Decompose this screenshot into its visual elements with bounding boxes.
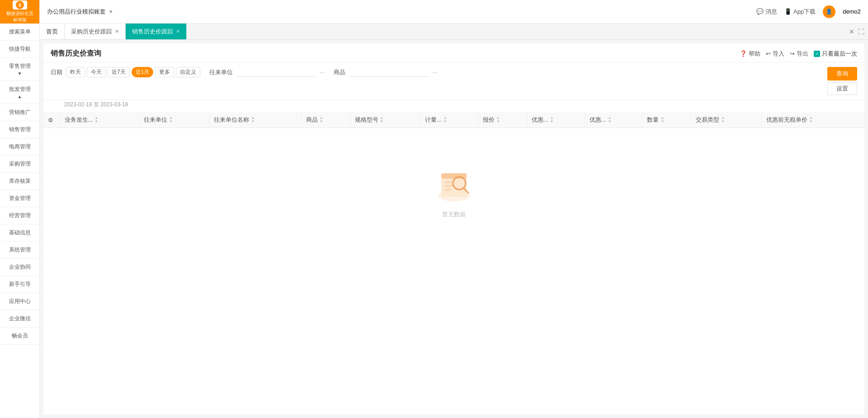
- sidebar-item-label: 企业微信: [9, 315, 31, 323]
- col-biz-date[interactable]: 业务发生... ▲▼: [60, 112, 139, 128]
- export-button[interactable]: ↪ 导出: [790, 50, 808, 58]
- goods-filter-group: 商品 ···: [334, 68, 437, 77]
- settings-button[interactable]: 设置: [827, 82, 857, 95]
- filter-main: 日期 昨天 今天 近7天 近1月 更多 自定义 往来单位: [51, 67, 818, 77]
- sidebar-item-label: 销售管理: [9, 126, 31, 133]
- avatar-icon: 👤: [826, 9, 832, 14]
- sidebar-item-label: 快捷导航: [9, 45, 31, 53]
- sidebar-item-label: 采购管理: [9, 160, 31, 168]
- date-more[interactable]: 更多: [155, 67, 174, 77]
- date-last7[interactable]: 近7天: [108, 67, 130, 77]
- gear-icon: ⚙: [48, 117, 53, 124]
- tab-sales-label: 销售历史价跟踪: [132, 28, 173, 36]
- col-gear[interactable]: ⚙: [43, 112, 60, 128]
- app-download-action[interactable]: 📱 App下载: [784, 8, 816, 16]
- sidebar-item-member[interactable]: 畅会员: [0, 328, 39, 345]
- username[interactable]: demo2: [843, 8, 861, 15]
- sidebar-item-operations[interactable]: 经营管理: [0, 207, 39, 224]
- tab-sales-close[interactable]: ✕: [176, 28, 180, 34]
- date-label: 日期: [51, 68, 62, 76]
- date-last1m[interactable]: 近1月: [132, 67, 154, 77]
- fullscreen-button[interactable]: ⛶: [858, 28, 864, 35]
- sidebar-item-system[interactable]: 系统管理: [0, 242, 39, 259]
- sidebar-item-label: 应用中心: [9, 298, 31, 305]
- app-label: App下载: [793, 8, 816, 16]
- sort-arrows-discount1: ▲▼: [550, 116, 554, 124]
- sidebar-item-ecommerce[interactable]: 电商管理: [0, 138, 39, 156]
- only-last-checkbox[interactable]: ✓: [814, 51, 820, 57]
- date-yesterday[interactable]: 昨天: [66, 67, 85, 77]
- partner-input[interactable]: [236, 68, 316, 77]
- col-qty[interactable]: 数量 ▲▼: [642, 112, 691, 128]
- sidebar-item-label: 基础信息: [9, 229, 31, 237]
- date-range-display: 2023-02-18 至 2023-03-18: [57, 100, 864, 112]
- sidebar-item-app-center[interactable]: 应用中心: [0, 293, 39, 310]
- sort-arrows-spec: ▲▼: [380, 116, 384, 124]
- sidebar-item-wholesale[interactable]: 批发管理 ▲: [0, 81, 39, 104]
- sort-arrows-unit: ▲▼: [443, 116, 447, 124]
- table-header: ⚙ 业务发生... ▲▼ 往来单位: [43, 112, 864, 128]
- sort-arrows-discount2: ▲▼: [608, 116, 611, 124]
- page-inner: 销售历史价查询 ❓ 帮助 ↩ 导入 ↪ 导出 ✓: [43, 43, 864, 414]
- user-avatar[interactable]: 👤: [823, 5, 835, 18]
- import-icon: ↩: [766, 50, 771, 57]
- page-actions: ❓ 帮助 ↩ 导入 ↪ 导出 ✓ 只看最后一次: [740, 50, 857, 58]
- sidebar-item-label: 畅会员: [12, 332, 28, 340]
- header-title: 办公用品行业模拟账套: [47, 8, 106, 16]
- help-button[interactable]: ❓ 帮助: [740, 50, 760, 58]
- date-today[interactable]: 今天: [87, 67, 106, 77]
- sidebar-item-shortcut[interactable]: 快捷导航: [0, 41, 39, 58]
- sidebar-item-label: 系统管理: [9, 246, 31, 254]
- import-button[interactable]: ↩ 导入: [766, 50, 784, 58]
- sidebar-item-label: 搜索菜单: [9, 28, 31, 36]
- col-discount2[interactable]: 优惠... ▲▼: [585, 112, 642, 128]
- logo[interactable]: 6 畅捷进好生意 标准版: [0, 0, 39, 24]
- sidebar-item-search[interactable]: 搜索菜单: [0, 24, 39, 41]
- sidebar-item-retail[interactable]: 零售管理 ▼: [0, 58, 39, 81]
- message-action[interactable]: 💬 消息: [756, 8, 777, 16]
- import-label: 导入: [773, 50, 784, 58]
- filter-area: 日期 昨天 今天 近7天 近1月 更多 自定义 往来单位: [43, 62, 864, 100]
- date-custom[interactable]: 自定义: [176, 67, 200, 77]
- sidebar-item-enterprise[interactable]: 企业协同: [0, 259, 39, 276]
- goods-dots[interactable]: ···: [432, 69, 437, 76]
- sidebar-item-purchase[interactable]: 采购管理: [0, 156, 39, 173]
- col-spec[interactable]: 规格型号 ▲▼: [350, 112, 420, 128]
- col-no-tax-price[interactable]: 优惠前无税单价 ▲▼: [761, 112, 864, 128]
- page-header: 销售历史价查询 ❓ 帮助 ↩ 导入 ↪ 导出 ✓: [43, 43, 864, 62]
- empty-text: 暂无数据: [442, 210, 466, 218]
- sidebar-item-label: 电商管理: [9, 143, 31, 151]
- sidebar-item-basic[interactable]: 基础信息: [0, 224, 39, 242]
- sort-arrows-price: ▲▼: [496, 116, 500, 124]
- col-partner-name[interactable]: 往来单位名称 ▲▼: [209, 112, 301, 128]
- partner-label: 往来单位: [209, 68, 233, 76]
- sidebar-item-label: 企业协同: [9, 263, 31, 271]
- col-price[interactable]: 报价 ▲▼: [478, 112, 527, 128]
- goods-input[interactable]: [349, 68, 429, 77]
- close-all-tabs-button[interactable]: ✕: [849, 28, 854, 35]
- sidebar-item-weixin[interactable]: 企业微信: [0, 310, 39, 328]
- col-unit[interactable]: 计量... ▲▼: [420, 112, 478, 128]
- chevron-down-icon: ▼: [18, 71, 22, 76]
- col-partner-code[interactable]: 往来单位 ▲▼: [139, 112, 209, 128]
- query-button[interactable]: 查询: [827, 67, 857, 81]
- dropdown-icon[interactable]: ▾: [109, 8, 113, 15]
- sidebar-item-label: 库存核算: [9, 177, 31, 185]
- filter-right-actions: 查询 设置: [827, 67, 857, 95]
- col-discount1[interactable]: 优惠... ▲▼: [527, 112, 585, 128]
- sidebar-item-newbie[interactable]: 新手引导: [0, 276, 39, 293]
- tab-sales-history[interactable]: 销售历史价跟踪 ✕: [126, 24, 187, 39]
- sidebar-item-sales[interactable]: 销售管理: [0, 121, 39, 138]
- chevron-up-icon: ▲: [18, 94, 22, 99]
- tab-purchase-label: 采购历史价跟踪: [71, 28, 112, 36]
- sidebar-item-finance[interactable]: 资金管理: [0, 190, 39, 207]
- tab-purchase-close[interactable]: ✕: [115, 28, 119, 34]
- sort-arrows-no-tax-price: ▲▼: [809, 116, 813, 124]
- sidebar-item-inventory[interactable]: 库存核算: [0, 173, 39, 190]
- partner-dots[interactable]: ···: [320, 69, 325, 76]
- tab-home[interactable]: 首页: [40, 24, 65, 39]
- col-goods[interactable]: 商品 ▲▼: [301, 112, 350, 128]
- tab-purchase-history[interactable]: 采购历史价跟踪 ✕: [65, 24, 126, 39]
- sidebar-item-marketing[interactable]: 营销推广: [0, 104, 39, 121]
- col-trade-type[interactable]: 交易类型 ▲▼: [691, 112, 762, 128]
